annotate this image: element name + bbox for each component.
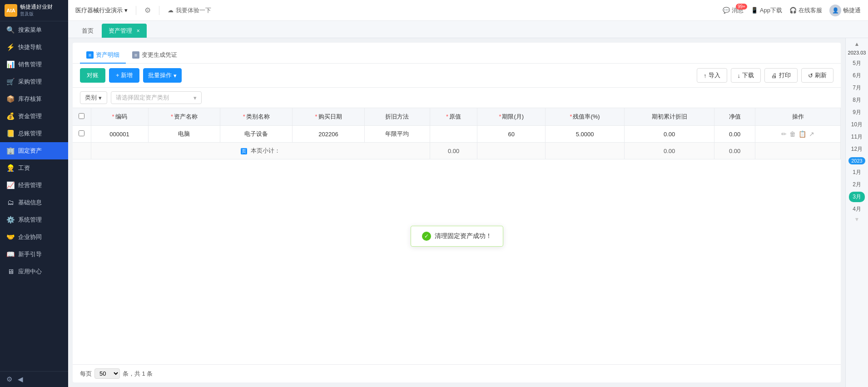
header-depreciation-method: 折旧方法 xyxy=(364,108,430,126)
category-input-dropdown-icon: ▾ xyxy=(193,94,197,101)
header-original-value: *原值 xyxy=(430,108,477,126)
page-body: ≡ 资产明细 ≡ 变更生成凭证 对账 + 新增 批量操作 ▾ ↑ xyxy=(68,38,868,387)
experience-btn[interactable]: ☁ 我要体验一下 xyxy=(168,6,211,15)
timeline-month-6[interactable]: 6月 xyxy=(846,69,868,82)
timeline-month-7[interactable]: 7月 xyxy=(846,82,868,94)
timeline-month-3-current[interactable]: 3月 xyxy=(849,192,865,202)
subtotal-original: 0.00 xyxy=(430,143,477,159)
new-button[interactable]: + 新增 xyxy=(109,68,139,83)
timeline-month-8[interactable]: 8月 xyxy=(846,94,868,106)
sub-tab-asset-detail-label: 资产明细 xyxy=(96,51,119,59)
timeline-month-12[interactable]: 12月 xyxy=(846,143,868,155)
company-selector[interactable]: 医疗器械行业演示 ▾ xyxy=(75,6,128,15)
timeline-month-2[interactable]: 2月 xyxy=(846,179,868,191)
more-icon[interactable]: ↗ xyxy=(809,130,814,138)
collab-icon: 🤝 xyxy=(6,233,15,241)
settings-bottom-icon[interactable]: ⚙ xyxy=(6,375,12,383)
timeline-month-10[interactable]: 10月 xyxy=(846,119,868,131)
tab-asset-management[interactable]: 资产管理 × xyxy=(102,24,147,38)
sidebar-item-operations[interactable]: 📈 经营管理 xyxy=(0,177,68,194)
timeline-month-5[interactable]: 5月 xyxy=(846,57,868,69)
filter-row: 类别 ▾ 请选择固定资产类别 ▾ xyxy=(73,88,841,108)
reconcile-button[interactable]: 对账 xyxy=(80,68,105,83)
sidebar-item-funds[interactable]: 💰 资金管理 xyxy=(0,108,68,125)
timeline-month-1[interactable]: 1月 xyxy=(846,166,868,179)
print-label: 打印 xyxy=(779,71,791,79)
success-message: 清理固定资产成功！ xyxy=(435,232,492,240)
refresh-label: 刷新 xyxy=(815,71,827,79)
table-row: 000001 电脑 电子设备 202206 年限平均 60 5.0000 0.0… xyxy=(73,126,841,143)
category-filter[interactable]: 类别 ▾ xyxy=(80,91,107,104)
sidebar-item-payroll[interactable]: 👷 工资 xyxy=(0,159,68,177)
sidebar-item-system[interactable]: ⚙️ 系统管理 xyxy=(0,211,68,228)
edit-icon[interactable]: ✏ xyxy=(781,130,787,138)
timeline-month-4[interactable]: 4月 xyxy=(846,203,868,215)
sidebar-item-purchase[interactable]: 🛒 采购管理 xyxy=(0,73,68,90)
table-container: *编码 *资产名称 *类别名称 *购买日期 折旧方法 *原值 *期限(月) *残… xyxy=(73,108,841,364)
message-btn[interactable]: 💬 消息 99+ xyxy=(723,6,744,15)
collapse-icon[interactable]: ◀ xyxy=(18,375,23,383)
panel-up-icon[interactable]: ▲ xyxy=(853,40,861,48)
topbar-right: 💬 消息 99+ 📱 App下载 🎧 在线客服 👤 畅捷通 xyxy=(723,5,861,16)
action-cell: ✏ 🗑 📋 ↗ xyxy=(759,130,837,138)
timeline-month-11[interactable]: 11月 xyxy=(846,131,868,143)
user-menu[interactable]: 👤 畅捷通 xyxy=(829,5,861,16)
online-service-btn[interactable]: 🎧 在线客服 xyxy=(789,6,822,15)
copy-icon[interactable]: 📋 xyxy=(799,130,806,138)
sidebar-item-collab[interactable]: 🤝 企业协同 xyxy=(0,228,68,246)
panel-header: 2023.03 xyxy=(847,48,867,57)
experience-label: 我要体验一下 xyxy=(176,6,211,15)
row-checkbox[interactable] xyxy=(79,130,84,136)
category-search-input[interactable]: 请选择固定资产类别 ▾ xyxy=(111,91,202,104)
timeline-year-2023[interactable]: 2023 xyxy=(848,157,865,164)
sidebar-item-label: 基础信息 xyxy=(18,198,42,207)
refresh-button[interactable]: ↺ 刷新 xyxy=(801,68,833,83)
topbar-divider-2 xyxy=(159,6,159,15)
avatar: 👤 xyxy=(829,5,841,16)
import-button[interactable]: ↑ 导入 xyxy=(697,68,727,83)
sidebar-item-label: 销售管理 xyxy=(18,60,42,69)
tab-close-icon[interactable]: × xyxy=(137,28,140,34)
per-page-select[interactable]: 50 100 200 xyxy=(94,368,120,379)
timeline-month-9[interactable]: 9月 xyxy=(846,106,868,119)
sidebar-item-sales[interactable]: 📊 销售管理 xyxy=(0,56,68,73)
fixed-assets-icon: 🏢 xyxy=(6,147,15,155)
sidebar-item-quick-nav[interactable]: ⚡ 快捷导航 xyxy=(0,39,68,56)
header-code: *编码 xyxy=(91,108,148,126)
sidebar-item-label: 资金管理 xyxy=(18,112,42,120)
sub-tab-voucher-gen-label: 变更生成凭证 xyxy=(142,51,177,59)
sub-tab-voucher-gen[interactable]: ≡ 变更生成凭证 xyxy=(126,47,184,64)
sales-icon: 📊 xyxy=(6,60,15,69)
content-area: ≡ 资产明细 ≡ 变更生成凭证 对账 + 新增 批量操作 ▾ ↑ xyxy=(73,43,841,382)
import-label: 导入 xyxy=(709,71,720,79)
sidebar-item-search[interactable]: 🔍 搜索菜单 xyxy=(0,21,68,39)
subtotal-initial: 0.00 xyxy=(624,143,714,159)
sidebar-item-basic-info[interactable]: 🗂 基础信息 xyxy=(0,194,68,211)
sidebar-item-inventory[interactable]: 📦 库存核算 xyxy=(0,90,68,108)
download-button[interactable]: ↓ 下载 xyxy=(731,68,761,83)
app-download-btn[interactable]: 📱 App下载 xyxy=(751,6,782,15)
download-icon: ↓ xyxy=(738,72,741,79)
subtotal-row: 页 本页小计： 0.00 0.00 0.00 xyxy=(73,143,841,159)
header-checkbox-cell xyxy=(73,108,91,126)
category-label: 类别 xyxy=(85,94,97,102)
panel-down-arrow[interactable]: ▼ xyxy=(853,215,861,223)
app-edition: 普及版 xyxy=(20,11,53,17)
sub-tab-asset-detail[interactable]: ≡ 资产明细 xyxy=(80,47,126,64)
delete-icon[interactable]: 🗑 xyxy=(789,130,796,138)
sidebar-item-ledger[interactable]: 📒 总账管理 xyxy=(0,125,68,142)
select-all-checkbox[interactable] xyxy=(79,113,84,119)
asset-detail-icon: ≡ xyxy=(86,51,94,59)
sidebar-item-label: 经营管理 xyxy=(18,181,42,189)
print-button[interactable]: 🖨 打印 xyxy=(764,68,798,83)
sidebar-item-fixed-assets[interactable]: 🏢 固定资产 xyxy=(0,142,68,159)
cloud-icon: ☁ xyxy=(168,7,174,14)
batch-ops-button[interactable]: 批量操作 ▾ xyxy=(143,68,182,83)
sidebar-item-guide[interactable]: 📖 新手引导 xyxy=(0,246,68,263)
sidebar-item-app-center[interactable]: 🖥 应用中心 xyxy=(0,263,68,280)
tabbar: 首页 资产管理 × xyxy=(68,21,868,38)
tab-home[interactable]: 首页 xyxy=(75,24,100,38)
inventory-icon: 📦 xyxy=(6,95,15,103)
gear-icon[interactable]: ⚙ xyxy=(144,6,151,15)
download-icon: 📱 xyxy=(751,7,758,14)
